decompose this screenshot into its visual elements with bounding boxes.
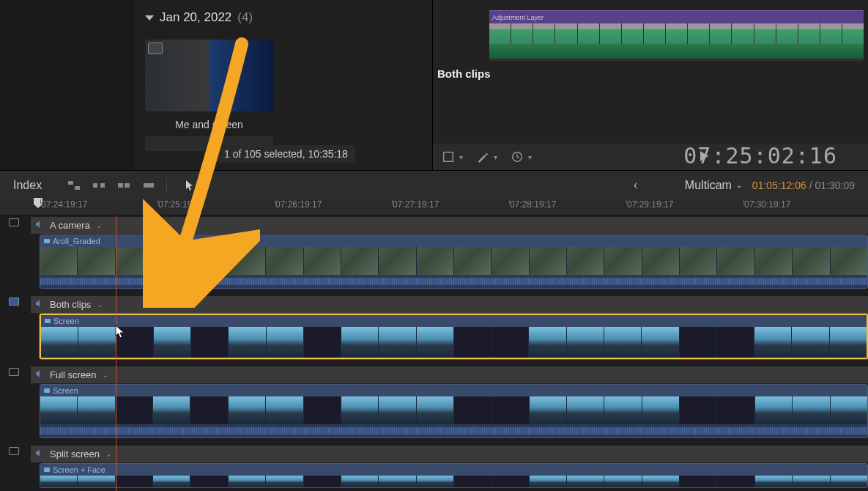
clip-filmstrip xyxy=(40,396,867,424)
clip-filmstrip xyxy=(41,327,867,358)
svg-rect-11 xyxy=(44,388,50,393)
angle-preview[interactable]: Adjustment Layer xyxy=(489,10,864,62)
ruler-tick: 07:28:19:17 xyxy=(510,199,556,215)
timeline-clip-name[interactable]: Multicam ⌄ xyxy=(685,179,742,192)
clip-thumbnail[interactable] xyxy=(145,40,273,111)
clip-name: Me and screen xyxy=(145,119,273,130)
index-button[interactable]: Index xyxy=(13,179,42,192)
clip-label: Aroll_Graded xyxy=(40,235,867,247)
angle-clip[interactable]: Screen xyxy=(40,314,868,359)
angle-name: Both clips xyxy=(433,67,491,80)
timeline-ruler[interactable]: 07:24:19:1707:25:19:1707:26:19:1707:27:1… xyxy=(0,199,868,215)
ruler-tick: 07:30:19:17 xyxy=(744,199,790,215)
media-browser: Jan 20, 2022 (4) Me and screen 1 of 105 … xyxy=(0,0,432,170)
chevron-down-icon[interactable]: ⌄ xyxy=(96,221,102,229)
clip-label: Screen xyxy=(40,385,867,396)
insert-clip-icon[interactable] xyxy=(92,178,106,193)
audio-waveform xyxy=(40,424,867,438)
svg-rect-4 xyxy=(93,183,97,188)
angle-clip[interactable]: Aroll_Graded xyxy=(40,235,868,289)
chevron-down-icon[interactable]: ▾ xyxy=(528,153,532,161)
angle-row[interactable]: Both clips⌄Screen xyxy=(31,296,868,359)
svg-rect-3 xyxy=(75,186,80,190)
date-group-header[interactable]: Jan 20, 2022 (4) xyxy=(145,10,253,25)
chevron-down-icon[interactable]: ▾ xyxy=(494,153,497,161)
browser-selection-status: 1 of 105 selected, 10:35:18 xyxy=(217,145,355,163)
clip-label: Screen xyxy=(41,315,867,327)
chevron-down-icon[interactable]: ⌄ xyxy=(103,371,108,379)
angle-header[interactable]: Both clips⌄ xyxy=(31,296,868,314)
svg-rect-7 xyxy=(125,183,130,188)
browser-clip[interactable]: Me and screen xyxy=(145,40,273,130)
audio-waveform xyxy=(40,275,867,288)
clip-filmstrip xyxy=(40,476,867,487)
speaker-icon[interactable] xyxy=(35,299,44,310)
svg-rect-5 xyxy=(100,183,105,188)
svg-rect-10 xyxy=(45,319,51,323)
clip-count: (4) xyxy=(237,10,253,25)
angle-name-label: Both clips xyxy=(50,299,91,310)
angle-row[interactable]: A camera⌄Aroll_Graded xyxy=(31,217,868,289)
ruler-tick: 07:29:19:17 xyxy=(627,199,673,215)
timeline[interactable]: A camera⌄Aroll_GradedBoth clips⌄ScreenFu… xyxy=(0,215,868,491)
retime-icon[interactable] xyxy=(511,150,524,163)
adjustment-layer[interactable]: Adjustment Layer xyxy=(489,10,864,23)
chevron-down-icon: ⌄ xyxy=(736,181,742,189)
viewer-timecode[interactable]: 07:25:02:16 xyxy=(683,143,837,169)
angle-name-label: Full screen xyxy=(50,369,97,380)
svg-rect-2 xyxy=(68,181,73,185)
chevron-down-icon[interactable]: ⌄ xyxy=(97,300,103,309)
svg-rect-8 xyxy=(144,183,154,188)
transform-icon[interactable] xyxy=(442,150,455,163)
angle-clip[interactable]: Screen + Face xyxy=(40,463,868,488)
chevron-down-icon[interactable]: ⌄ xyxy=(105,450,111,458)
chevron-down-icon[interactable]: ▾ xyxy=(459,153,463,161)
speaker-icon[interactable] xyxy=(35,220,44,231)
ruler-tick: 07:26:19:17 xyxy=(275,199,322,215)
svg-rect-9 xyxy=(44,239,50,243)
angle-viewer: Adjustment Layer Both clips ▾ ▾ ▾ 07:25:… xyxy=(432,0,868,170)
svg-rect-12 xyxy=(44,468,50,472)
select-tool[interactable]: ▾ xyxy=(185,180,203,191)
angle-monitor-toggle[interactable] xyxy=(3,446,25,455)
ruler-tick: 07:25:19:17 xyxy=(158,199,204,215)
ruler-tick: 07:27:19:17 xyxy=(393,199,439,215)
svg-rect-6 xyxy=(118,183,123,188)
separator xyxy=(166,177,167,193)
date-label: Jan 20, 2022 xyxy=(160,10,231,25)
angle-name-label: A camera xyxy=(50,220,90,231)
angle-header[interactable]: Full screen⌄ xyxy=(31,366,868,384)
chevron-down-icon: ▾ xyxy=(199,181,203,189)
angle-monitor-toggle[interactable] xyxy=(3,217,25,226)
mouse-cursor-icon xyxy=(114,325,126,342)
angle-header[interactable]: A camera⌄ xyxy=(31,217,868,235)
ruler-tick: 07:24:19:17 xyxy=(41,199,87,215)
timeline-toolbar: Index ▾ ‹ Multicam ⌄ 01:05:12:06 / 01:30… xyxy=(0,170,868,199)
angle-row[interactable]: Full screen⌄Screen xyxy=(31,366,868,438)
speaker-icon[interactable] xyxy=(35,448,44,459)
connect-clip-icon[interactable] xyxy=(67,178,81,193)
preview-filmstrip xyxy=(489,23,864,44)
skimmer-line[interactable] xyxy=(116,215,116,491)
timeline-history-back-icon[interactable]: ‹ xyxy=(634,177,638,193)
angle-row[interactable]: Split screen⌄Screen + Face xyxy=(31,446,868,488)
speaker-icon[interactable] xyxy=(35,369,44,380)
disclosure-triangle-icon[interactable] xyxy=(145,15,154,21)
append-clip-icon[interactable] xyxy=(116,178,131,193)
overwrite-clip-icon[interactable] xyxy=(141,178,156,193)
browser-sidebar xyxy=(0,0,133,170)
angle-header[interactable]: Split screen⌄ xyxy=(31,446,868,463)
preview-audio-track xyxy=(489,44,864,59)
angle-name-label: Split screen xyxy=(50,448,100,459)
angle-monitor-toggle[interactable] xyxy=(3,296,25,306)
clip-label: Screen + Face xyxy=(40,464,867,476)
timeline-duration: 01:05:12:06 / 01:30:09 xyxy=(752,180,855,191)
angle-monitor-toggle[interactable] xyxy=(3,366,25,376)
angle-clip[interactable]: Screen xyxy=(40,384,868,438)
enhance-icon[interactable] xyxy=(476,150,489,163)
svg-rect-0 xyxy=(444,152,453,162)
clip-filmstrip xyxy=(40,247,867,275)
